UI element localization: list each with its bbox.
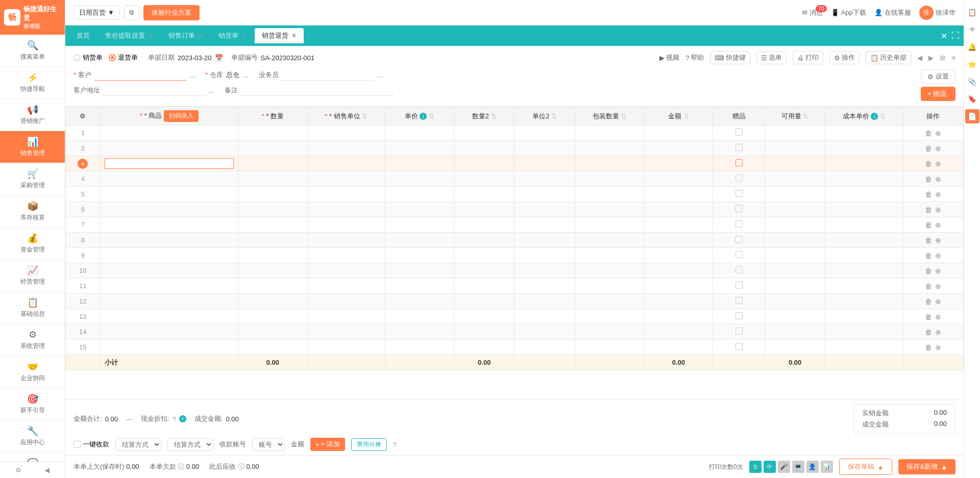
gift-checkbox-7[interactable] <box>736 220 743 228</box>
collapse-icon[interactable]: ◀ <box>44 466 50 474</box>
toolbar-icon-2[interactable]: 中 <box>764 461 776 473</box>
view-list-icon[interactable]: ⊞ <box>940 54 945 62</box>
row-1-qty2[interactable] <box>454 125 514 141</box>
gift-checkbox-10[interactable] <box>736 266 743 273</box>
gift-checkbox-4[interactable] <box>736 174 743 182</box>
select-button[interactable]: ☰ 选单 <box>756 51 787 64</box>
row-3-unit2[interactable] <box>514 156 575 171</box>
row-2-qty2[interactable] <box>454 141 514 156</box>
add-row-cell[interactable]: + <box>66 156 101 171</box>
copy-icon-4[interactable]: ⊕ <box>935 175 941 183</box>
address-input[interactable] <box>103 85 205 96</box>
row-2-unit[interactable] <box>307 141 385 156</box>
gift-checkbox-2[interactable] <box>736 144 743 151</box>
copy-icon-12[interactable]: ⊕ <box>935 297 941 306</box>
sidebar-item-purchase[interactable]: 🛒 采购管理 <box>0 163 65 195</box>
delete-icon-5[interactable]: 🗑 <box>925 190 932 198</box>
settings-icon[interactable]: ⚙ <box>15 466 21 474</box>
shortcut-button[interactable]: ⌨ 快捷键 <box>710 51 750 64</box>
settlement-method-select[interactable]: 结算方式 <box>167 438 213 451</box>
row-1-qty[interactable] <box>238 125 307 141</box>
copy-icon-10[interactable]: ⊕ <box>935 267 941 275</box>
address-dots-button[interactable]: ... <box>208 86 214 94</box>
copy-icon-7[interactable]: ⊕ <box>935 221 941 229</box>
debt-info-icon[interactable]: ⓘ <box>178 463 184 470</box>
row-1-unit2[interactable] <box>514 125 575 141</box>
sidebar-item-basic-info[interactable]: 📋 基础信息 <box>0 292 65 324</box>
delete-icon-6[interactable]: 🗑 <box>925 206 932 214</box>
copy-icon-1[interactable]: ⊕ <box>935 129 941 137</box>
view-detail-icon[interactable]: ≡ <box>951 54 955 62</box>
sidebar-item-inventory[interactable]: 📦 库存核算 <box>0 195 65 228</box>
row-1-unit[interactable] <box>307 125 385 141</box>
row-2-product[interactable] <box>100 141 238 156</box>
copy-icon-3[interactable]: ⊕ <box>935 160 941 168</box>
note-input[interactable] <box>241 85 394 96</box>
video-action[interactable]: ▶ 视频 <box>659 53 679 62</box>
copy-icon-11[interactable]: ⊕ <box>935 282 941 290</box>
row-3-amount[interactable] <box>644 156 713 171</box>
copy-icon-5[interactable]: ⊕ <box>935 190 941 198</box>
payment-help-icon[interactable]: ? <box>393 441 397 448</box>
tab-sales[interactable]: 销货单 ✕ <box>211 28 254 43</box>
one-click-checkbox-box[interactable] <box>74 441 81 448</box>
help-action[interactable]: ? 帮助 <box>685 53 704 62</box>
sidebar-item-enterprise[interactable]: 🤝 企业协同 <box>0 356 65 388</box>
delete-icon-4[interactable]: 🗑 <box>925 175 932 183</box>
tab-price-setting[interactable]: 售价提取设置 ✕ <box>98 28 160 43</box>
tab-sales-close-icon[interactable]: ✕ <box>241 32 247 39</box>
row-3-qty[interactable] <box>238 156 307 171</box>
row-3-price[interactable] <box>385 156 454 171</box>
radio-sale[interactable]: 销货单 <box>74 53 103 62</box>
logistics-button[interactable]: + 物流 <box>921 87 955 101</box>
save-new-button[interactable]: 保存&新增 ▲ <box>898 459 955 474</box>
account-select[interactable]: 账号 <box>252 438 285 451</box>
tab-sales-order-close-icon[interactable]: ✕ <box>198 32 203 39</box>
gift-checkbox-8[interactable] <box>736 236 743 243</box>
row-1-product[interactable] <box>100 125 238 141</box>
staff-input[interactable] <box>282 69 374 81</box>
copy-icon-6[interactable]: ⊕ <box>935 206 941 214</box>
scan-button[interactable]: 扫码录入 <box>164 110 199 122</box>
delete-icon-3[interactable]: 🗑 <box>925 160 932 168</box>
operate-button[interactable]: ⚙ 操作 <box>829 51 860 64</box>
fee-split-button[interactable]: 费用分摊 <box>351 438 387 451</box>
staff-dots-button[interactable]: ... <box>377 71 383 79</box>
right-panel-icon-5[interactable]: 📎 <box>965 74 979 89</box>
user-info[interactable]: 徐 徐泽华 <box>919 6 955 20</box>
row-1-gift[interactable] <box>713 125 765 141</box>
row-2-price[interactable] <box>385 141 454 156</box>
delete-icon-7[interactable]: 🗑 <box>925 221 932 229</box>
copy-icon-13[interactable]: ⊕ <box>935 313 941 321</box>
sidebar-item-quick-nav[interactable]: ⚡ 快捷导航 <box>0 67 65 99</box>
sidebar-item-sales[interactable]: 📊 销售管理 <box>0 131 65 163</box>
row-2-qty[interactable] <box>238 141 307 156</box>
experience-button[interactable]: 体验行业方案 <box>143 5 200 20</box>
sidebar-item-guide[interactable]: 🎯 新手引导 <box>0 388 65 420</box>
sidebar-item-app-center[interactable]: 🔧 应用中心 <box>0 420 65 452</box>
gift-checkbox-12[interactable] <box>736 297 743 304</box>
sidebar-item-wechat[interactable]: 💬 企业微信 <box>0 452 65 462</box>
breadcrumb-select[interactable]: 日用百货 ▼ <box>74 6 120 20</box>
table-scroll[interactable]: ⚙ * * 商品 扫码录入 * * 数量 * * 销售单位 <box>65 107 964 399</box>
discount-calc-icon[interactable]: = <box>179 415 186 422</box>
history-button[interactable]: 📋 历史单据 <box>866 51 911 64</box>
message-button[interactable]: ✉ 消息 70 <box>802 8 823 17</box>
sidebar-item-search[interactable]: 🔍 搜索菜单 <box>0 35 65 67</box>
copy-icon-14[interactable]: ⊕ <box>935 328 941 336</box>
tab-fullscreen-icon[interactable]: ⛶ <box>951 31 960 41</box>
row-2-amount[interactable] <box>644 141 713 156</box>
settings-side-button[interactable]: ⚙ 设置 <box>921 69 955 84</box>
toolbar-icon-5[interactable]: 👤 <box>806 461 819 473</box>
gift-checkbox-1[interactable] <box>736 129 743 136</box>
calendar-icon[interactable]: 📅 <box>215 54 223 62</box>
discount-info-icon[interactable]: ? <box>173 415 176 423</box>
copy-icon-9[interactable]: ⊕ <box>935 251 941 260</box>
tab-sales-return[interactable]: 销货退货 ✕ <box>255 28 304 43</box>
delete-icon-11[interactable]: 🗑 <box>925 282 932 290</box>
tab-home[interactable]: 首页 <box>69 28 97 43</box>
gift-checkbox-5[interactable] <box>736 190 743 197</box>
right-panel-icon-6[interactable]: 🔖 <box>965 92 979 106</box>
settings-gear-button[interactable]: ⚙ <box>124 5 139 20</box>
row-3-unit[interactable] <box>307 156 385 171</box>
